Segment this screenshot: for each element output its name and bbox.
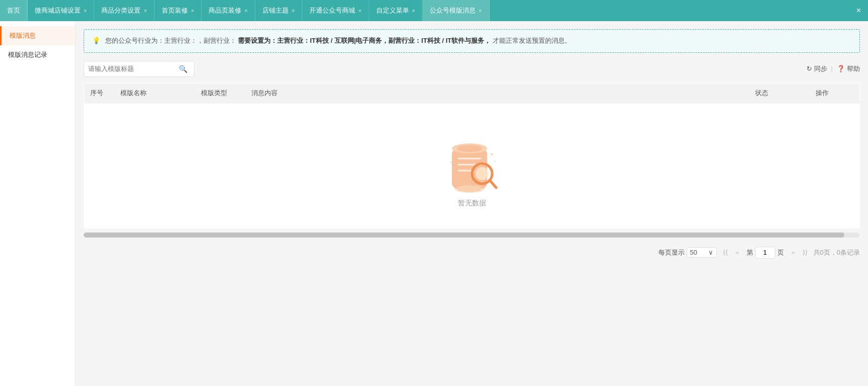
scrollbar-thumb[interactable] <box>84 233 844 238</box>
search-input-wrap: 🔍 <box>84 61 194 77</box>
empty-state-row: ✦ ✦ ✦ 暂无数据 <box>84 103 860 228</box>
page-size-select: 每页显示 50 ∨ <box>658 247 717 258</box>
tab-template-message[interactable]: 公众号模版消息 × <box>423 0 489 21</box>
col-header-type: 模版类型 <box>195 83 245 103</box>
svg-text:✦: ✦ <box>490 151 494 157</box>
svg-text:✦: ✦ <box>449 160 453 165</box>
svg-point-13 <box>457 185 482 192</box>
total-info: 共0页，0条记录 <box>814 248 860 257</box>
page-input: 第 页 <box>747 247 784 259</box>
tab-close-store-theme[interactable]: × <box>292 8 295 14</box>
svg-line-9 <box>490 180 496 188</box>
col-header-status: 状态 <box>749 83 810 103</box>
search-bar: 🔍 ↻ 同步 | ❓ 帮助 <box>84 61 860 77</box>
search-icon[interactable]: 🔍 <box>179 65 187 73</box>
page-size-dropdown[interactable]: 50 ∨ <box>687 247 717 258</box>
page-nav-next: ＞ ⟩⟩ <box>788 247 810 258</box>
tab-homepage-decor[interactable]: 首页装修 × <box>155 0 202 21</box>
toolbar-right: ↻ 同步 | ❓ 帮助 <box>807 64 860 73</box>
tab-close-template-message[interactable]: × <box>479 8 482 14</box>
sync-icon: ↻ <box>807 65 812 72</box>
last-page-button[interactable]: ⟩⟩ <box>800 248 810 257</box>
tab-category-settings[interactable]: 商品分类设置 × <box>94 0 154 21</box>
svg-point-3 <box>457 145 482 152</box>
notice-icon: 💡 <box>92 37 100 44</box>
sidebar-item-template-message[interactable]: 模版消息 <box>0 26 75 45</box>
tab-close-custom-menu[interactable]: × <box>412 8 415 14</box>
help-button[interactable]: ❓ 帮助 <box>837 64 860 73</box>
col-header-action: 操作 <box>810 83 860 103</box>
col-header-seq: 序号 <box>84 83 114 103</box>
tab-home[interactable]: 首页 <box>0 0 28 21</box>
search-input[interactable] <box>88 61 179 76</box>
empty-state: ✦ ✦ ✦ 暂无数据 <box>84 103 859 228</box>
dropdown-chevron-icon: ∨ <box>708 249 713 256</box>
tab-custom-menu[interactable]: 自定义菜单 × <box>369 0 423 21</box>
col-header-content: 消息内容 <box>245 83 749 103</box>
tab-open-wechat-mall[interactable]: 开通公众号商城 × <box>302 0 369 21</box>
page-nav: ⟨⟨ ＜ <box>721 247 743 258</box>
tab-close-open-wechat-mall[interactable]: × <box>358 8 361 14</box>
pagination: 每页显示 50 ∨ ⟨⟨ ＜ 第 页 ＞ ⟩⟩ 共0页，0条记录 <box>84 242 860 264</box>
tab-close-store-settings[interactable]: × <box>84 8 87 14</box>
svg-point-8 <box>476 167 489 180</box>
sidebar: 模版消息 模版消息记录 <box>0 21 76 386</box>
sync-button[interactable]: ↻ 同步 <box>807 64 827 73</box>
tab-store-settings[interactable]: 微商城店铺设置 × <box>28 0 94 21</box>
next-page-button[interactable]: ＞ <box>788 247 798 258</box>
tab-close-product-decor[interactable]: × <box>244 8 247 14</box>
help-icon: ❓ <box>837 65 845 72</box>
tab-bar: 首页 微商城店铺设置 × 商品分类设置 × 首页装修 × 商品页装修 × 店铺主… <box>0 0 868 21</box>
data-table: 序号 模版名称 模版类型 消息内容 状态 操作 <box>84 83 860 228</box>
content-area: 💡 您的公众号行业为：主营行业：，副营行业： 需要设置为：主营行业：IT科技 /… <box>76 21 868 386</box>
toolbar-divider: | <box>831 65 833 72</box>
sidebar-item-template-message-records[interactable]: 模版消息记录 <box>0 45 75 64</box>
main-layout: 模版消息 模版消息记录 💡 您的公众号行业为：主营行业：，副营行业： 需要设置为… <box>0 21 868 386</box>
first-page-button[interactable]: ⟨⟨ <box>721 248 730 257</box>
tab-close-homepage-decor[interactable]: × <box>191 8 194 14</box>
page-number-input[interactable] <box>755 247 775 259</box>
tab-close-category-settings[interactable]: × <box>144 8 147 14</box>
horizontal-scrollbar[interactable] <box>84 233 860 238</box>
prev-page-button[interactable]: ＜ <box>732 247 743 258</box>
tab-store-theme[interactable]: 店铺主题 × <box>255 0 302 21</box>
tab-bar-close-all[interactable]: × <box>849 6 868 15</box>
col-header-name: 模版名称 <box>114 83 195 103</box>
empty-illustration: ✦ ✦ ✦ <box>442 133 502 199</box>
table-header-row: 序号 模版名称 模版类型 消息内容 状态 操作 <box>84 83 860 103</box>
svg-text:✦: ✦ <box>493 160 496 163</box>
tab-product-decor[interactable]: 商品页装修 × <box>202 0 255 21</box>
notice-box: 💡 您的公众号行业为：主营行业：，副营行业： 需要设置为：主营行业：IT科技 /… <box>84 29 860 53</box>
empty-text: 暂无数据 <box>84 199 859 208</box>
